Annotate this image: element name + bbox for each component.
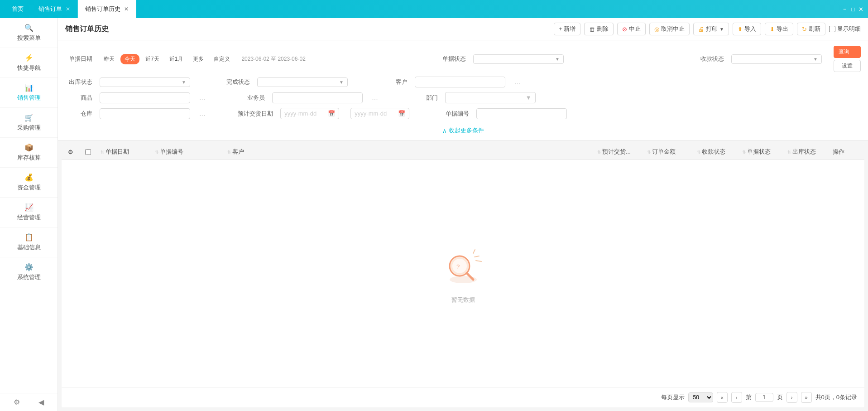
product-input[interactable] <box>100 92 190 103</box>
receipt-status-select[interactable]: ▼ <box>731 54 822 64</box>
th-amount[interactable]: ⇅ 订单金额 <box>643 148 692 156</box>
custom-btn[interactable]: 自定义 <box>210 54 234 64</box>
outbound-status-label: 出库状态 <box>65 78 92 86</box>
export-button[interactable]: ⬇ 导出 <box>765 23 793 35</box>
warehouse-input[interactable] <box>100 108 190 119</box>
date-buttons-group: 昨天 今天 近7天 近1月 更多 自定义 <box>100 54 234 64</box>
th-date[interactable]: ⇅ 单据日期 <box>96 148 150 156</box>
query-button[interactable]: 查询 <box>834 46 861 58</box>
sidebar-item-sys-mgmt[interactable]: ⚙️ 系统管理 <box>0 257 58 287</box>
warehouse-dots[interactable]: ... <box>199 110 205 118</box>
next-page-btn[interactable]: › <box>786 392 797 403</box>
tab-home[interactable]: 首页 <box>5 0 31 18</box>
calendar-from-icon: 📅 <box>328 110 335 117</box>
new-button[interactable]: + 新增 <box>554 23 580 35</box>
pagination: 每页显示 50 10 20 100 « ‹ 第 页 › » 共0页，0条记录 <box>62 387 864 407</box>
delivery-date-from[interactable]: yyyy-mm-dd 📅 <box>280 108 339 119</box>
th-out-status[interactable]: ⇅ 出库状态 <box>783 148 828 156</box>
sidebar-item-operations[interactable]: 📈 经营管理 <box>0 198 58 227</box>
last1m-btn[interactable]: 近1月 <box>165 54 187 64</box>
sort-icon-date: ⇅ <box>101 150 104 155</box>
show-detail-checkbox[interactable] <box>829 26 835 32</box>
page-size-select[interactable]: 50 10 20 100 <box>688 392 713 402</box>
delivery-date-label: 预计交货日期 <box>238 110 273 118</box>
delivery-date-to[interactable]: yyyy-mm-dd 📅 <box>350 108 409 119</box>
first-page-btn[interactable]: « <box>717 392 728 403</box>
sidebar-item-basic-info[interactable]: 📋 基础信息 <box>0 227 58 257</box>
refresh-button[interactable]: ↻ 刷新 <box>797 23 825 35</box>
warehouse-label: 仓库 <box>65 110 92 118</box>
complete-status-select[interactable]: ▼ <box>257 77 348 87</box>
order-status-select[interactable]: ▼ <box>473 54 564 64</box>
sort-icon-amount: ⇅ <box>647 150 651 155</box>
sys-mgmt-icon: ⚙️ <box>24 263 34 271</box>
sidebar-item-finance[interactable]: 💰 资金管理 <box>0 168 58 198</box>
sidebar-settings-icon[interactable]: ⚙ <box>14 398 20 406</box>
total-text: 共0页，0条记录 <box>815 393 857 401</box>
tab-sales-order[interactable]: 销售订单 ✕ <box>31 0 78 18</box>
th-receipt-status[interactable]: ⇅ 收款状态 <box>692 148 738 156</box>
close-history-tab[interactable]: ✕ <box>124 6 129 12</box>
stop-button[interactable]: ⊘ 中止 <box>617 23 646 35</box>
delete-button[interactable]: 🗑 删除 <box>584 23 614 35</box>
cancel-stop-icon: ◎ <box>654 26 659 33</box>
salesman-dots[interactable]: ... <box>372 94 378 102</box>
cancel-stop-button[interactable]: ◎ 取消中止 <box>649 23 690 35</box>
window-close[interactable]: ✕ <box>858 6 863 13</box>
sidebar-bottom: ⚙ ◀ <box>0 393 58 411</box>
sidebar-item-purchase-mgmt[interactable]: 🛒 采购管理 <box>0 108 58 138</box>
th-delivery[interactable]: ⇅ 预计交货... <box>593 148 643 156</box>
collapse-button[interactable]: ∧ 收起更多条件 <box>65 124 861 135</box>
date-label: 单据日期 <box>65 55 92 63</box>
customer-dots[interactable]: ... <box>514 78 520 86</box>
product-dots[interactable]: ... <box>199 94 205 102</box>
sidebar-item-inventory[interactable]: 📦 库存核算 <box>0 138 58 168</box>
prev-page-btn[interactable]: ‹ <box>731 392 742 403</box>
content-area: 销售订单历史 + 新增 🗑 删除 ⊘ 中止 ◎ 取消中止 🖨 <box>58 18 868 411</box>
page-size-label: 每页显示 <box>661 393 685 401</box>
outbound-status-select[interactable]: ▼ <box>100 77 190 87</box>
sidebar-item-search-menu[interactable]: 🔍 搜索菜单 <box>0 18 58 48</box>
order-num-input[interactable] <box>476 108 567 119</box>
stop-icon: ⊘ <box>622 26 627 33</box>
show-detail-toggle[interactable]: 显示明细 <box>829 25 861 33</box>
salesman-input[interactable] <box>272 92 363 103</box>
empty-icon: ? <box>441 243 486 289</box>
outbound-status-arrow: ▼ <box>182 80 186 85</box>
th-checkbox[interactable] <box>80 149 96 155</box>
more-btn[interactable]: 更多 <box>189 54 208 64</box>
th-number[interactable]: ⇅ 单据编号 <box>150 148 223 156</box>
today-btn[interactable]: 今天 <box>120 54 139 64</box>
yesterday-btn[interactable]: 昨天 <box>100 54 119 64</box>
select-all-checkbox[interactable] <box>85 149 91 155</box>
last7-btn[interactable]: 近7天 <box>141 54 163 64</box>
customer-input[interactable] <box>415 77 505 87</box>
window-minimize[interactable]: － <box>842 5 848 13</box>
order-status-label: 单据状态 <box>439 55 466 63</box>
sidebar-collapse-icon[interactable]: ◀ <box>38 398 44 406</box>
page-number-input[interactable] <box>755 393 773 402</box>
filter-row-4: 仓库 ... 预计交货日期 yyyy-mm-dd 📅 — yyyy-mm-dd … <box>65 108 861 119</box>
settings-button[interactable]: 设置 <box>834 60 861 72</box>
order-num-label: 单据编号 <box>442 110 469 118</box>
print-button[interactable]: 🖨 打印 ▼ <box>693 23 729 35</box>
th-order-status[interactable]: ⇅ 单据状态 <box>738 148 783 156</box>
close-sales-order-tab[interactable]: ✕ <box>66 6 70 12</box>
last-page-btn[interactable]: » <box>801 392 812 403</box>
delivery-date-group: yyyy-mm-dd 📅 — yyyy-mm-dd 📅 <box>280 108 409 119</box>
table-header: ⚙ ⇅ 单据日期 ⇅ 单据编号 ⇅ 客户 ⇅ <box>62 144 864 160</box>
sidebar-item-quick-nav[interactable]: ⚡ 快捷导航 <box>0 48 58 78</box>
dept-arrow: ▼ <box>526 94 532 101</box>
th-settings[interactable]: ⚙ <box>62 149 80 155</box>
purchase-mgmt-icon: 🛒 <box>24 113 34 122</box>
window-maximize[interactable]: □ <box>851 6 855 13</box>
sidebar-item-sales-mgmt[interactable]: 📊 销售管理 <box>0 78 58 108</box>
th-customer[interactable]: ⇅ 客户 <box>223 148 593 156</box>
import-button[interactable]: ⬆ 导入 <box>733 23 761 35</box>
top-bar-right: － □ ✕ <box>842 5 863 13</box>
sort-icon-customer: ⇅ <box>227 150 231 155</box>
tab-sales-order-history[interactable]: 销售订单历史 ✕ <box>78 0 136 18</box>
sidebar: 🔍 搜索菜单 ⚡ 快捷导航 📊 销售管理 🛒 采购管理 📦 库存核算 💰 资金管… <box>0 18 58 411</box>
department-select[interactable]: ▼ <box>445 92 536 103</box>
svg-text:?: ? <box>456 263 460 270</box>
